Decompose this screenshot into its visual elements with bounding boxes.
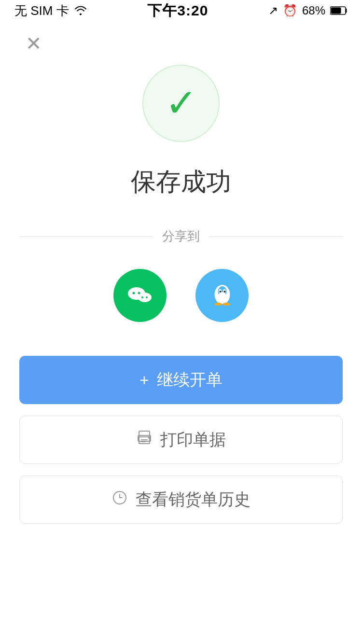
svg-rect-21 xyxy=(141,441,146,442)
share-divider: 分享到 xyxy=(19,228,343,245)
wifi-icon xyxy=(74,6,87,15)
alarm-icon: ⏰ xyxy=(283,4,297,17)
print-label: 打印单据 xyxy=(160,429,226,451)
status-right: ↗ ⏰ 68% xyxy=(268,4,348,17)
svg-point-14 xyxy=(214,303,222,306)
success-title: 保存成功 xyxy=(131,165,231,199)
wechat-icon xyxy=(125,280,156,311)
location-icon: ↗ xyxy=(268,4,278,17)
svg-point-16 xyxy=(218,292,226,303)
svg-point-22 xyxy=(148,437,150,439)
success-indicator: ✓ xyxy=(142,65,220,142)
main-content: ✓ 保存成功 分享到 xyxy=(0,21,362,524)
svg-point-15 xyxy=(223,303,230,306)
sim-label: 无 SIM 卡 xyxy=(14,2,69,19)
action-buttons: + 继续开单 打印单据 xyxy=(0,356,362,524)
close-button[interactable]: ✕ xyxy=(19,29,48,58)
svg-point-3 xyxy=(138,293,152,302)
svg-point-5 xyxy=(138,292,140,294)
print-button[interactable]: 打印单据 xyxy=(19,416,343,464)
svg-rect-17 xyxy=(139,431,150,437)
battery-label: 68% xyxy=(302,4,325,17)
status-time: 下午3:20 xyxy=(147,1,208,21)
battery-icon xyxy=(330,6,348,15)
continue-order-button[interactable]: + 继续开单 xyxy=(19,356,343,404)
wechat-share-button[interactable] xyxy=(113,269,167,322)
status-left: 无 SIM 卡 xyxy=(14,2,87,19)
history-icon xyxy=(111,490,128,510)
share-icons xyxy=(19,269,343,322)
status-bar: 无 SIM 卡 下午3:20 ↗ ⏰ 68% xyxy=(0,0,362,21)
checkmark-icon: ✓ xyxy=(165,84,197,123)
printer-icon xyxy=(136,430,153,450)
svg-point-4 xyxy=(132,292,135,294)
continue-order-label: 继续开单 xyxy=(157,369,223,391)
share-section: 分享到 xyxy=(0,228,362,356)
svg-rect-20 xyxy=(141,439,148,440)
view-history-button[interactable]: 查看销货单历史 xyxy=(19,476,343,524)
qq-icon xyxy=(207,280,238,311)
svg-point-12 xyxy=(219,291,221,293)
close-icon: ✕ xyxy=(26,34,42,53)
svg-point-6 xyxy=(141,296,143,298)
history-label: 查看销货单历史 xyxy=(136,489,251,511)
share-label: 分享到 xyxy=(162,228,200,245)
svg-point-7 xyxy=(146,296,148,298)
qq-share-button[interactable] xyxy=(195,269,249,322)
plus-icon: + xyxy=(139,371,149,390)
svg-rect-1 xyxy=(331,8,341,14)
svg-point-13 xyxy=(223,291,225,293)
